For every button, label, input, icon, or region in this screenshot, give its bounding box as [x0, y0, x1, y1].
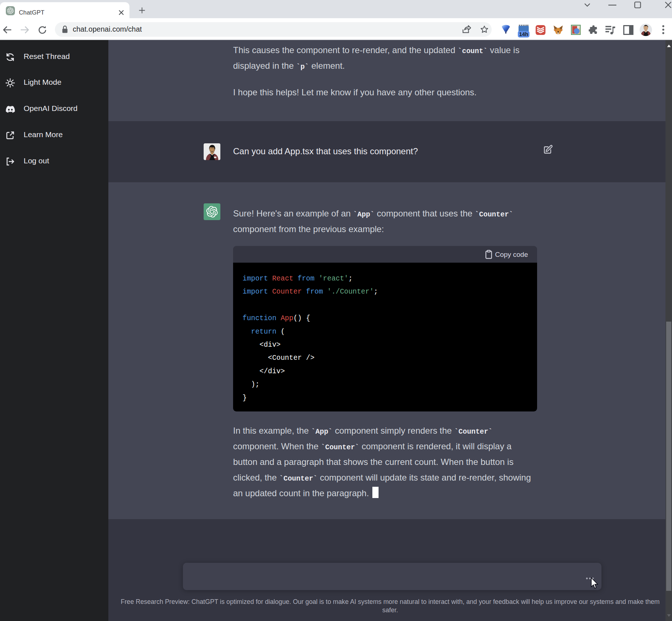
svg-text:14h: 14h [519, 31, 528, 37]
